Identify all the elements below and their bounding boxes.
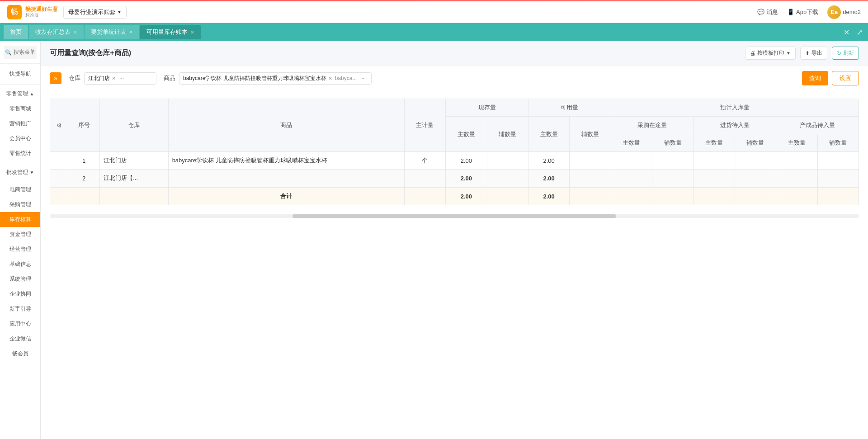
th-incoming-pending: 进货待入量	[693, 117, 776, 134]
top-bar: 畅 畅捷通好生意 标准版 母婴行业演示账套 ▼ 💬 消息 📱 App下载 Ea …	[0, 1, 868, 23]
top-bar-right: 💬 消息 📱 App下载 Ea demo2	[757, 5, 861, 19]
table-container: ⚙ 序号 仓库 商品 主计量 现存量 可用量 预计入库量 主数量 辅数量	[41, 91, 868, 212]
product-more[interactable]: ···	[359, 75, 368, 81]
product-filter: 商品 babycare学饮杯 儿童防摔防撞吸管杯重力球吸嘴杯宝宝水杯 ✕ bab…	[164, 72, 372, 85]
footer-avail-main: 2.00	[528, 187, 569, 205]
th-no: 序号	[68, 99, 100, 152]
export-icon: ⬆	[805, 50, 810, 57]
tab-order-stats-close[interactable]: ✕	[129, 29, 133, 35]
td-avail-aux	[570, 152, 611, 170]
search-menu-btn[interactable]: 🔍 搜索菜单	[4, 46, 37, 59]
warehouse-more[interactable]: ···	[118, 75, 126, 81]
td-product: babycare学饮杯 儿童防摔防撞吸管杯重力球吸嘴杯宝宝水杯	[168, 152, 404, 170]
footer-stock-main: 2.00	[446, 187, 487, 205]
product-tag-close[interactable]: ✕	[328, 76, 332, 81]
tab-receive-send[interactable]: 收发存汇总表 ✕	[29, 25, 84, 39]
td-settings-2	[50, 170, 68, 188]
th-product: 商品	[168, 99, 404, 152]
sidebar-item-quick-nav[interactable]: 快捷导航	[0, 66, 40, 81]
logo-icon: 畅	[7, 5, 22, 19]
close-all-tabs-btn[interactable]: ✕	[842, 26, 851, 38]
td-pur-main	[611, 152, 652, 170]
warehouse-filter: 仓库 江北门店 ✕ ···	[69, 72, 156, 85]
page-container: 可用量查询(按仓库+商品) 🖨 按模板打印 ▼ ⬆ 导出 ↻ 刷新	[41, 41, 868, 439]
product-input[interactable]: babycare学饮杯 儿童防摔防撞吸管杯重力球吸嘴杯宝宝水杯 ✕ babyca…	[179, 72, 372, 85]
td-stock-aux	[487, 152, 528, 170]
app-download-btn[interactable]: 📱 App下载	[787, 8, 818, 16]
table-row: 1 江北门店 babycare学饮杯 儿童防摔防撞吸管杯重力球吸嘴杯宝宝水杯 个…	[50, 152, 859, 170]
sidebar-item-basic-info[interactable]: 基础信息	[0, 257, 40, 272]
warehouse-input[interactable]: 江北门店 ✕ ···	[84, 72, 156, 85]
export-btn[interactable]: ⬆ 导出	[800, 47, 827, 60]
th-product-pending: 产成品待入量	[776, 117, 859, 134]
product-label: 商品	[164, 74, 175, 82]
horizontal-scrollbar[interactable]	[50, 214, 859, 218]
filter-toggle-btn[interactable]: »	[50, 72, 61, 84]
tab-bar: 首页 收发存汇总表 ✕ 要货单统计表 ✕ 可用量库存账本 ✕ ✕ ⤢	[0, 23, 868, 41]
tab-home[interactable]: 首页	[4, 25, 28, 39]
sidebar-item-app-center[interactable]: 应用中心	[0, 316, 40, 331]
sidebar-item-member-center[interactable]: 会员中心	[0, 131, 40, 146]
td-prod-aux-2	[817, 170, 859, 188]
tab-home-label: 首页	[10, 28, 22, 36]
tab-receive-send-label: 收发存汇总表	[35, 28, 71, 36]
sidebar-item-finance[interactable]: 资金管理	[0, 227, 40, 242]
sidebar-item-wholesale-mgmt[interactable]: 批发管理 ▼	[0, 165, 40, 180]
sidebar-item-enterprise-collab[interactable]: 企业协同	[0, 287, 40, 302]
th-forecast-in: 预计入库量	[611, 99, 859, 117]
sidebar-quick-nav: 快捷导航	[0, 64, 40, 85]
th-prod-aux: 辅数量	[817, 134, 859, 152]
footer-label: 合计	[168, 187, 404, 205]
td-prod-main	[776, 152, 817, 170]
td-stock-aux-2	[487, 170, 528, 188]
tab-order-stats[interactable]: 要货单统计表 ✕	[85, 25, 139, 39]
message-icon: 💬	[757, 9, 764, 15]
sidebar-item-purchase[interactable]: 采购管理	[0, 197, 40, 212]
footer-empty-1	[50, 187, 68, 205]
th-purchase-in-progress: 采购在途量	[611, 117, 693, 134]
footer-prod-main	[776, 187, 817, 205]
refresh-btn[interactable]: ↻ 刷新	[832, 47, 859, 60]
td-inc-main-2	[693, 170, 735, 188]
org-selector[interactable]: 母婴行业演示账套 ▼	[63, 6, 127, 19]
sidebar-item-member[interactable]: 畅会员	[0, 346, 40, 361]
th-current-stock: 现存量	[446, 99, 528, 117]
sidebar-item-ecommerce[interactable]: 电商管理	[0, 182, 40, 197]
th-inc-aux: 辅数量	[735, 134, 776, 152]
sidebar-item-new-guide[interactable]: 新手引导	[0, 302, 40, 316]
sidebar-item-retail-mall[interactable]: 零售商城	[0, 101, 40, 116]
td-pur-main-2	[611, 170, 652, 188]
expand-tabs-btn[interactable]: ⤢	[855, 26, 864, 38]
query-btn[interactable]: 查询	[802, 71, 828, 85]
sidebar-search: 🔍 搜索菜单	[0, 41, 40, 64]
sidebar-item-retail-mgmt[interactable]: 零售管理 ▲	[0, 86, 40, 101]
page-actions: 🖨 按模板打印 ▼ ⬆ 导出 ↻ 刷新	[745, 47, 859, 60]
footer-unit	[404, 187, 445, 205]
logo-text: 畅捷通好生意 标准版	[25, 6, 58, 18]
content-area: 可用量查询(按仓库+商品) 🖨 按模板打印 ▼ ⬆ 导出 ↻ 刷新	[41, 41, 868, 439]
sidebar-item-enterprise-wechat[interactable]: 企业微信	[0, 331, 40, 346]
tab-available-stock[interactable]: 可用量库存账本 ✕	[140, 25, 201, 39]
sidebar-item-operation[interactable]: 经营管理	[0, 242, 40, 257]
scroll-thumb[interactable]	[292, 214, 616, 218]
sidebar: 🔍 搜索菜单 快捷导航 零售管理 ▲ 零售商城 营销推广 会员中心	[0, 41, 41, 439]
sidebar-item-retail-stats[interactable]: 零售统计	[0, 146, 40, 161]
th-inc-main: 主数量	[693, 134, 735, 152]
warehouse-tag-close[interactable]: ✕	[112, 76, 116, 81]
search-icon: 🔍	[5, 49, 12, 56]
tab-receive-send-close[interactable]: ✕	[73, 29, 77, 35]
setting-btn[interactable]: 设置	[832, 71, 859, 85]
sidebar-item-marketing[interactable]: 营销推广	[0, 116, 40, 131]
td-avail-main-2: 2.00	[528, 170, 569, 188]
table-footer-row: 合计 2.00 2.00	[50, 187, 859, 205]
sidebar-item-inventory[interactable]: 库存核算	[0, 212, 40, 227]
tab-available-stock-close[interactable]: ✕	[190, 29, 194, 35]
message-btn[interactable]: 💬 消息	[757, 8, 778, 16]
sidebar-item-system[interactable]: 系统管理	[0, 272, 40, 287]
user-menu[interactable]: Ea demo2	[827, 5, 861, 19]
footer-pur-aux	[652, 187, 693, 205]
td-prod-main-2	[776, 170, 817, 188]
th-main-unit: 主计量	[404, 99, 445, 152]
template-print-btn[interactable]: 🖨 按模板打印 ▼	[745, 47, 796, 60]
main-layout: 🔍 搜索菜单 快捷导航 零售管理 ▲ 零售商城 营销推广 会员中心	[0, 41, 868, 439]
